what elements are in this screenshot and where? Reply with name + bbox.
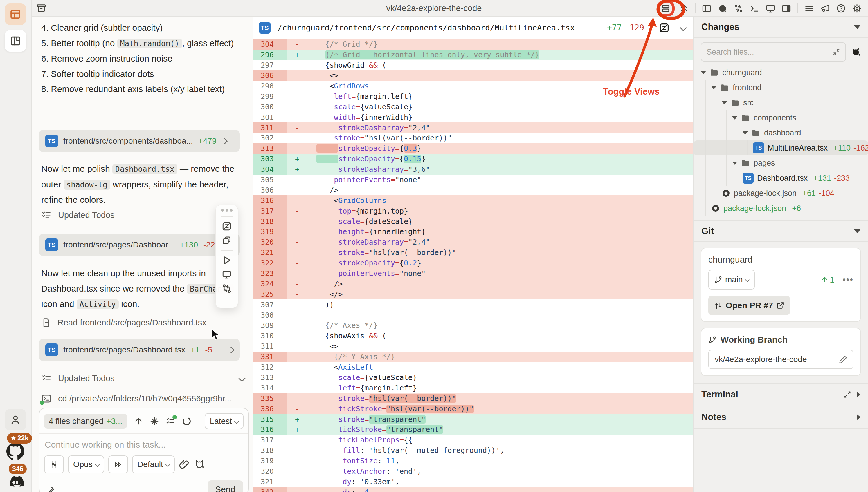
diff-row: 335- stroke="hsl(var(--border))" [253,393,693,403]
more-options-icon[interactable] [221,209,233,212]
list-item: 5. Better tooltip (no Math.random(), gla… [41,36,244,51]
tree-item-components[interactable]: components [694,110,868,125]
cat-icon[interactable] [194,459,205,470]
diff-row: 318- scale={dateScale} [253,216,693,226]
todo-list-icon[interactable] [165,416,175,426]
github-icon [6,442,24,460]
rail-item-discord[interactable] [5,472,26,492]
attachment-icon[interactable] [179,459,190,470]
settings-sliders-button[interactable] [44,456,64,473]
todo-update-row[interactable]: Updated Todos [41,210,244,220]
model-selector[interactable]: Opus [68,456,104,473]
file-diff-counts: +110-162 [834,144,868,153]
typescript-icon: TS [45,343,58,356]
more-options-icon[interactable]: ••• [842,275,853,285]
menu-icon[interactable] [804,3,814,13]
send-button[interactable]: Send [208,481,243,492]
panel-left-icon[interactable] [702,3,711,13]
file-label: Dashboard.tsx [757,174,807,183]
tree-item-churnguard[interactable]: churnguard [694,65,868,80]
help-icon[interactable] [836,3,846,13]
tree-item-package-lock-json[interactable]: package-lock.json+6 [694,201,868,216]
list-item: 8. Remove redundant axis labels (x/y lab… [41,81,244,97]
expand-icon[interactable] [843,391,851,399]
working-branch-field[interactable] [708,350,853,369]
play-icon[interactable] [221,255,232,266]
folder-icon [741,113,750,122]
divider [797,3,798,13]
git-compare-icon[interactable] [221,284,232,294]
file-change-chip[interactable]: TS frontend/src/pages/Dashboard.tsx +1 -… [39,339,240,361]
open-pr-button[interactable]: Open PR #7 [708,296,790,315]
arrow-up-icon[interactable] [134,416,143,426]
terminal-command-row[interactable]: cd /private/var/folders/10/h7w0q46556ggr… [41,393,244,404]
cat-icon[interactable] [850,47,861,57]
diff-view-icon[interactable] [659,22,670,33]
changes-section-header[interactable]: Changes [694,17,868,38]
git-section-header[interactable]: Git [694,220,868,242]
search-box[interactable] [701,42,846,62]
diff-row: 304+ strokeDasharray="3,6" [253,164,693,175]
chevron-down-icon [95,462,99,467]
read-file-row[interactable]: Read frontend/src/pages/Dashboard.tsx [41,318,244,327]
diff-row: 319 fontSize: 11, [253,456,693,466]
collapse-all-icon[interactable] [679,3,689,13]
tree-item-src[interactable]: src [694,95,868,110]
edit-pencil-icon[interactable] [839,355,848,364]
monitor-icon[interactable] [766,3,775,13]
megaphone-icon[interactable] [820,3,830,13]
rail-item-workspace[interactable] [5,3,26,25]
chevron-right-icon [227,346,234,353]
file-change-chip[interactable]: TS frontend/src/pages/Dashboar... +130 -… [39,234,240,256]
rail-item-github[interactable] [5,440,26,462]
typescript-icon: TS [743,173,754,183]
monitor-icon[interactable] [221,269,232,280]
assistant-list: 4. Cleaner grid (subtler opacity) 5. Bet… [41,20,244,97]
chevron-down-icon[interactable] [680,24,686,31]
notes-section-header[interactable]: Notes [694,405,868,428]
file-change-chip[interactable]: TS frontend/src/components/dashboa... +4… [39,130,240,152]
rail-item-account[interactable] [5,409,26,430]
caret-right-icon [857,391,861,398]
diff-row: 323- pointerEvents="none" [253,268,693,279]
panel-right-icon[interactable] [781,3,791,13]
working-branch-input[interactable] [714,354,839,364]
collapse-tree-icon[interactable] [832,48,841,56]
fast-forward-button[interactable] [108,456,128,473]
tree-item-dashboard[interactable]: dashboard [694,125,868,141]
pen-icon[interactable] [44,486,56,492]
search-input[interactable] [706,47,832,57]
chat-bubble-icon[interactable] [718,3,727,13]
caret-down-icon [722,101,727,104]
toggle-views-icon[interactable] [657,0,675,17]
repo-name: churnguard [708,255,853,265]
diff-row: 297 {showGrid && ( [253,60,693,71]
gear-icon[interactable] [852,3,862,13]
tree-item-pages[interactable]: pages [694,155,868,171]
tree-item-dashboard-tsx[interactable]: TSDashboard.tsx+131-233 [694,171,868,186]
typescript-icon: TS [259,22,271,34]
terminal-section-header[interactable]: Terminal [694,383,868,405]
tree-item-frontend[interactable]: frontend [694,80,868,95]
checklist-icon [41,373,52,384]
git-compare-icon[interactable] [734,3,744,13]
branch-selector[interactable]: main [708,270,755,290]
todo-update-row[interactable]: Updated Todos [41,373,244,384]
diff-row: 314 left={margin.left} [253,383,693,393]
mode-selector[interactable]: Default [132,456,175,473]
spark-icon[interactable] [150,417,159,426]
caret-down-icon [854,25,861,29]
json-icon [722,189,730,198]
composer-input[interactable]: Continue working on this task... [40,434,248,452]
copy-icon[interactable] [221,235,232,246]
titlebar-actions [658,2,862,15]
terminal-icon[interactable] [750,3,759,13]
files-changed-chip[interactable]: 4 files changed +3... [44,414,127,429]
diff-view-icon[interactable] [221,221,232,231]
version-selector[interactable]: Latest [205,413,243,429]
repo-card: churnguard main 1 ••• Open PR #7 [701,248,861,322]
diff-row: 325- </> [253,289,693,299]
tree-item-package-lock-json[interactable]: package-lock.json+61-104 [694,186,868,201]
tree-item-multilinearea-tsx[interactable]: TSMultiLineArea.tsx+110-162 [694,141,868,155]
rail-item-board[interactable] [5,30,26,52]
